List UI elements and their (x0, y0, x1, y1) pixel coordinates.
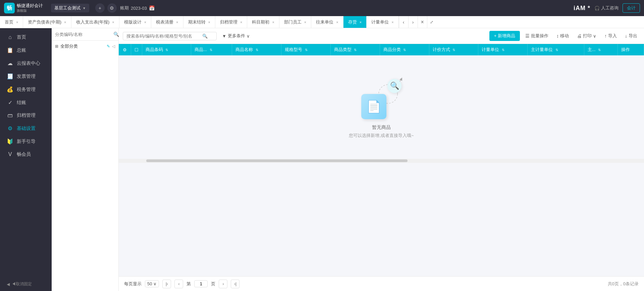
product-search-input[interactable] (126, 34, 200, 39)
tab-unit[interactable]: 计量单位 × (367, 16, 398, 28)
th-settings[interactable]: ⚙ (119, 44, 131, 55)
category-all-label[interactable]: 全部分类 (60, 43, 78, 49)
sidebar-item-invoice[interactable]: 🧾 发票管理 (0, 70, 52, 83)
th-pricing[interactable]: 计价方式 ⇅ (429, 44, 478, 55)
import-btn[interactable]: ↑ 导入 (602, 32, 620, 40)
new-product-button[interactable]: + 新增商品 (489, 31, 520, 41)
tab-income[interactable]: 收入支出表(年报) × (71, 16, 119, 28)
tab-inventory-label: 存货 (348, 19, 357, 25)
prev-page-btn[interactable]: ‹ (174, 280, 183, 288)
page-size-selector[interactable]: 50 ∨ (145, 280, 159, 287)
category-edit-icon[interactable]: ✎ (107, 44, 110, 49)
th-name[interactable]: 商品名称 ⇅ (232, 44, 281, 55)
sidebar-item-settings[interactable]: ⚙ 基础设置 (0, 122, 52, 135)
page-number-input[interactable] (194, 280, 208, 287)
move-btn[interactable]: ↕ 移动 (554, 32, 572, 40)
tab-archive[interactable]: 归档管理 × (215, 16, 247, 28)
sidebar-item-ledger[interactable]: 📋 总账 (0, 44, 52, 57)
tab-contacts-close[interactable]: × (336, 20, 338, 24)
tab-inventory-close[interactable]: × (360, 20, 362, 24)
tab-home-label: 首页 (5, 19, 13, 25)
category-search-input[interactable] (55, 32, 111, 37)
tab-unit-close[interactable]: × (391, 20, 393, 24)
sidebar-collapse-btn[interactable]: ◀ ◀取消固定 (0, 277, 52, 291)
tab-dept-close[interactable]: × (304, 20, 306, 24)
tab-subject[interactable]: 科目期初 × (247, 16, 279, 28)
tab-tax-close[interactable]: × (176, 20, 178, 24)
sidebar-item-closing[interactable]: ✓ 结账 (0, 96, 52, 109)
workspace-selector[interactable]: 基层工会测试 ▼ (51, 4, 89, 12)
per-page-label: 每页显示 (124, 281, 142, 287)
category-panel: 🔍 ⊞ 全部分类 ✎ ◁ (52, 28, 119, 291)
tab-tax[interactable]: 税表清册 × (151, 16, 183, 28)
calendar-icon[interactable]: 📅 (149, 5, 155, 11)
th-checkbox[interactable]: ☐ (131, 44, 142, 55)
tab-contacts-label: 往来单位 (316, 19, 333, 25)
sidebar-item-home[interactable]: ⌂ 首页 (0, 31, 52, 44)
sidebar-item-reports[interactable]: ☁ 云报表中心 (0, 57, 52, 70)
print-btn[interactable]: 🖨 打印 ∨ (574, 32, 599, 40)
iam-badge: iAM * (574, 5, 590, 12)
th-main-abbr[interactable]: 主... ⇅ (584, 44, 618, 55)
tab-dept-label: 部门员工 (284, 19, 302, 25)
sidebar-item-tax[interactable]: 💰 税务管理 (0, 83, 52, 96)
next-page-btn[interactable]: › (219, 280, 227, 288)
category-collapse-icon[interactable]: ◁ (112, 44, 115, 49)
tab-inventory[interactable]: 存货 × (343, 16, 367, 28)
settings-btn[interactable]: ⚙ (107, 3, 117, 13)
tab-tax-label: 税表清册 (156, 19, 173, 25)
th-barcode[interactable]: 商品条码 ⇅ (142, 44, 191, 55)
table-header: ⚙ ☐ 商品条码 ⇅ 商品... ⇅ 商品名称 ⇅ 规格型号 ⇅ 商品类型 ⇅ … (119, 44, 644, 55)
first-page-btn[interactable]: |‹ (162, 280, 171, 288)
tab-template-label: 模版设计 (124, 19, 142, 25)
page-size-value: 50 (147, 281, 152, 286)
account-button[interactable]: 会计 (623, 3, 640, 13)
th-category[interactable]: 商品分类 ⇅ (380, 44, 429, 55)
horizontal-scrollbar[interactable] (119, 159, 644, 163)
tab-contacts[interactable]: 往来单位 × (311, 16, 343, 28)
tab-expand-btn[interactable]: ⤢ (427, 16, 436, 28)
tab-balance-sheet-label: 资产负债表(中期) (28, 19, 61, 25)
tab-archive-close[interactable]: × (240, 20, 242, 24)
tab-income-close[interactable]: × (112, 20, 114, 24)
sidebar-item-member[interactable]: V 畅会员 (0, 148, 52, 161)
sidebar-item-guide[interactable]: 🔰 新手引导 (0, 135, 52, 148)
tab-balance-sheet[interactable]: 资产负债表(中期) × (23, 16, 71, 28)
consult-button[interactable]: 🎧 人工咨询 (594, 5, 619, 11)
tab-archive-label: 归档管理 (220, 19, 237, 25)
export-btn[interactable]: ↓ 导出 (622, 32, 640, 40)
sidebar-settings-label: 基础设置 (17, 126, 36, 132)
scroll-thumb[interactable] (146, 159, 408, 162)
tab-next-btn[interactable]: › (408, 16, 418, 28)
th-unit[interactable]: 计量单位 ⇅ (478, 44, 528, 55)
last-page-btn[interactable]: ›| (231, 280, 239, 288)
th-main-unit[interactable]: 主计量单位 ⇅ (528, 44, 584, 55)
tab-prev-btn[interactable]: ‹ (399, 16, 408, 28)
tab-template[interactable]: 模版设计 × (119, 16, 151, 28)
more-filter-btn[interactable]: ▼ 更多条件 ∨ (219, 32, 253, 40)
sidebar-item-archive[interactable]: 🗃 归档管理 (0, 109, 52, 122)
home-icon: ⌂ (7, 34, 13, 40)
empty-scroll-icon: 📄 (361, 94, 386, 119)
th-spec[interactable]: 规格型号 ⇅ (281, 44, 330, 55)
tab-home[interactable]: 首页 × (0, 16, 23, 28)
th-code[interactable]: 商品... ⇅ (191, 44, 232, 55)
tab-period-end-close[interactable]: × (208, 20, 210, 24)
th-type[interactable]: 商品类型 ⇅ (330, 44, 380, 55)
tab-dept[interactable]: 部门员工 × (279, 16, 311, 28)
search-submit-icon[interactable]: 🔍 (202, 34, 208, 39)
sidebar-reports-label: 云报表中心 (17, 60, 40, 66)
tab-balance-sheet-close[interactable]: × (64, 20, 66, 24)
move-icon: ↕ (556, 33, 559, 39)
add-workspace-btn[interactable]: + (95, 3, 105, 13)
sidebar-ledger-label: 总账 (17, 47, 26, 53)
tab-close-all-btn[interactable]: × (418, 16, 427, 28)
batch-operation-btn[interactable]: ☰ 批量操作 (523, 32, 551, 40)
tab-template-close[interactable]: × (144, 20, 146, 24)
tab-home-close-icon[interactable]: × (16, 20, 18, 24)
filter-icon: ▼ (222, 34, 226, 39)
tab-period-end[interactable]: 期末结转 × (183, 16, 215, 28)
sidebar-tax-label: 税务管理 (17, 87, 36, 93)
tab-subject-close[interactable]: × (272, 20, 274, 24)
category-search-icon[interactable]: 🔍 (113, 32, 119, 37)
